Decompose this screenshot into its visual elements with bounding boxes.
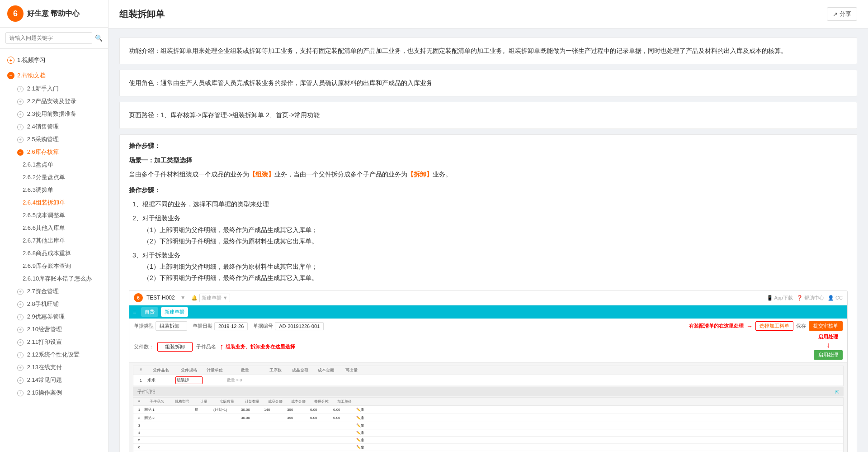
annotation3-text: 组装业务、拆卸业务在这里选择	[226, 343, 295, 350]
step2: 2、对于组装业务 （1）上部明细为父件明细，最终作为产成品生成其它入库单； （2…	[129, 213, 848, 247]
mock-child-row-5: 5 ✏️🗑	[133, 437, 843, 444]
arrow3-icon: ↑	[220, 342, 224, 352]
arrow4-icon: ↓	[826, 341, 830, 349]
sidebar-item-data-prep[interactable]: + 2.3使用前数据准备	[0, 108, 108, 120]
mock-tab-new-doc[interactable]: 新建单据	[161, 307, 188, 317]
content-body: 功能介绍：组装拆卸单用来处理企业组装或拆卸等加工业务，支持有固定装配清单的产品加…	[108, 29, 868, 452]
sidebar-item-inventory-count[interactable]: 2.6.1盘点单	[0, 158, 108, 171]
mock-annotation1-area: 有装配清单的在这里处理 → 选择加工料单 保存 提交审核单	[689, 321, 843, 331]
sidebar-item-finance[interactable]: + 2.7资金管理	[0, 285, 108, 298]
page-title: 组装拆卸单	[119, 8, 165, 20]
sidebar-item-mobile[interactable]: + 2.8手机旺铺	[0, 298, 108, 310]
sidebar-item-help-docs[interactable]: − 2.帮助文档	[0, 69, 108, 82]
mock-form-header: 单据类型 组装拆卸 单据日期 2019-12-26 单据编号 AD-201912…	[129, 319, 847, 363]
expand-icon: +	[7, 57, 14, 64]
mock-child-row-2: 2 测品 2 30.00 390 0.00 0.00 ✏️🗑	[133, 414, 843, 422]
sidebar-item-coupon[interactable]: + 2.9优惠券管理	[0, 310, 108, 323]
share-button[interactable]: ↗ 分享	[827, 7, 857, 21]
sidebar-item-install[interactable]: + 2.2产品安装及登录	[0, 95, 108, 108]
mock-titlebar: 6 TEST-H002 ▼ 🔔 新建单据 ▼ 📱 App下载 ❓ 帮助中心 👤 …	[129, 290, 847, 305]
step3-2: （2）下部明细为子件明细，最终作为产成品生成其它入库单。	[132, 272, 848, 284]
sidebar-item-inventory[interactable]: − 2.6库存核算	[0, 146, 108, 158]
scene1-title: 场景一：加工类型选择	[129, 155, 848, 166]
sidebar-item-video-learning[interactable]: + 1.视频学习	[0, 53, 108, 67]
sidebar-item-stock-error[interactable]: 2.6.10库存账本错了怎么办	[0, 272, 108, 285]
logo-icon: 6	[7, 5, 24, 22]
mock-date-value[interactable]: 2019-12-26	[214, 322, 248, 330]
mock-nav-menu-icon: ≡	[133, 309, 137, 315]
annotation1-text: 有装配清单的在这里处理	[689, 323, 744, 329]
mock-logo: 6	[134, 293, 143, 302]
mock-child-row-6: 6 ✏️🗑	[133, 444, 843, 451]
mock-date-label: 单据日期	[193, 323, 212, 329]
mock-doc-type-value[interactable]: 组装拆卸	[156, 321, 187, 331]
mock-docno-field: 单据编号 AD-20191226-001	[253, 322, 324, 330]
mock-doc-type-label: 单据类型	[134, 323, 154, 329]
sidebar-search-bar[interactable]: 🔍	[0, 28, 108, 49]
mock-submit-btn[interactable]: 提交审核单	[809, 321, 843, 331]
sidebar-item-sales[interactable]: + 2.4销售管理	[0, 120, 108, 133]
mock-docno-label: 单据编号	[253, 323, 273, 329]
sidebar: 6 好生意 帮助中心 🔍 + 1.视频学习 − 2.帮助文档 + 2.1新手入门	[0, 0, 108, 452]
mock-parent-table-header: # 父件品名 父件规格 计量单位 数量 工序数 成品金额 成本金额 可出量	[133, 366, 843, 375]
mock-notification-icon: 🔔	[191, 295, 198, 301]
mock-company: TEST-H002	[146, 295, 175, 301]
mock-docno-value[interactable]: AD-20191226-001	[275, 322, 324, 330]
sidebar-item-print[interactable]: + 2.11打印设置	[0, 336, 108, 348]
mock-status-label: 子件品名	[196, 343, 216, 350]
sidebar-item-cost-adjust[interactable]: 2.6.5成本调整单	[0, 209, 108, 222]
sidebar-nav: + 1.视频学习 − 2.帮助文档 + 2.1新手入门 + 2.2产品安装及登录…	[0, 49, 108, 452]
sidebar-item-newbie[interactable]: + 2.1新手入门	[0, 82, 108, 95]
main-header: 组装拆卸单 ↗ 分享	[108, 0, 868, 29]
mock-annotation3-area: ↑ 组装业务、拆卸业务在这里选择	[220, 342, 295, 352]
mock-annotation4-area: 启用处理 ↓ 启用处理	[814, 333, 843, 360]
scene1-desc: 当由多个子件材料组装成一个成品的业务为【组装】业务，当由一个父件拆分成多个子产品…	[129, 169, 848, 180]
operations-section: 操作步骤： 场景一：加工类型选择 当由多个子件材料组装成一个成品的业务为【组装】…	[119, 134, 857, 452]
annotation4-text: 启用处理	[818, 333, 838, 340]
search-icon[interactable]: 🔍	[95, 34, 103, 42]
mock-assembly-type-cell[interactable]: 组装拆	[175, 376, 203, 384]
sidebar-item-management[interactable]: + 2.10经营管理	[0, 323, 108, 336]
mock-nav-bar: ≡ 自费 新建单据	[129, 305, 847, 319]
mock-type-selector[interactable]: 组装拆卸	[157, 342, 193, 352]
sidebar-item-other-out[interactable]: 2.6.7其他出库单	[0, 234, 108, 247]
sidebar-item-label: 2.帮助文档	[17, 71, 46, 80]
mock-help-icon: ❓ 帮助中心	[797, 295, 824, 301]
path-card: 页面路径：1、库存核算->库存管理->组装拆卸单 2、首页->常用功能	[119, 102, 857, 128]
step3-1: （1）上部明细为父件明细，最终作为原材料生成其它出库单；	[132, 261, 848, 272]
sidebar-item-other-in[interactable]: 2.6.6其他入库单	[0, 222, 108, 234]
sidebar-item-settings[interactable]: + 2.12系统个性化设置	[0, 348, 108, 361]
mock-date-field: 单据日期 2019-12-26	[193, 322, 248, 330]
mock-tab-home[interactable]: 自费	[141, 307, 158, 317]
steps-title: 操作步骤：	[129, 142, 848, 150]
sidebar-item-cost-recalc[interactable]: 2.6.8商品成本重算	[0, 247, 108, 260]
mock-child-row-4: 4 ✏️🗑	[133, 429, 843, 437]
path-text: 页面路径：1、库存核算->库存管理->组装拆卸单 2、首页->常用功能	[129, 111, 320, 119]
sidebar-item-online-pay[interactable]: + 2.13在线支付	[0, 361, 108, 374]
mock-items-count: 父件数：	[134, 343, 154, 350]
mock-child-row-1: 1 测品 1 组 (计划+1) 30.00 140 390 0.00 0.00 …	[133, 406, 843, 414]
sidebar-item-transfer[interactable]: 2.6.3调拨单	[0, 184, 108, 196]
sidebar-item-stock-ledger[interactable]: 2.6.9库存账本查询	[0, 260, 108, 272]
mock-parent-table: # 父件品名 父件规格 计量单位 数量 工序数 成品金额 成本金额 可出量 1 …	[133, 366, 844, 386]
mock-enable-btn[interactable]: 启用处理	[814, 350, 843, 360]
main-content: 组装拆卸单 ↗ 分享 功能介绍：组装拆卸单用来处理企业组装或拆卸等加工业务，支持…	[108, 0, 868, 452]
collapse-icon: −	[7, 72, 14, 79]
mock-select-material-btn[interactable]: 选择加工料单	[755, 321, 793, 331]
sidebar-item-faq[interactable]: + 2.14常见问题	[0, 374, 108, 386]
sidebar-item-assembly[interactable]: 2.6.4组装拆卸单	[0, 196, 108, 209]
mock-type-row: 父件数： 组装拆卸 子件品名 ↑ 组装业务、拆卸业务在这里选择 启用处理 ↓	[134, 333, 843, 360]
sidebar-logo: 6 好生意 帮助中心	[0, 0, 108, 28]
mock-expand-icon[interactable]: ⇱	[835, 390, 839, 395]
mock-save-btn[interactable]: 保存	[796, 323, 806, 329]
mock-child-table: # 子件品名 规格型号 计量 实际数量 计划数量 成品金额 成本金额 费用分摊 …	[133, 397, 844, 452]
steps-sub-title: 操作步骤：	[129, 185, 848, 196]
sidebar-item-cases[interactable]: + 2.15操作案例	[0, 386, 108, 399]
share-icon: ↗	[833, 11, 838, 18]
intro-card: 功能介绍：组装拆卸单用来处理企业组装或拆卸等加工业务，支持有固定装配清单的产品加…	[119, 38, 857, 64]
step3: 3、对于拆装业务 （1）上部明细为父件明细，最终作为原材料生成其它出库单； （2…	[129, 250, 848, 284]
mock-new-doc-btn: 新建单据 ▼	[199, 294, 230, 302]
sidebar-item-partial-count[interactable]: 2.6.2分量盘点单	[0, 171, 108, 184]
sidebar-item-purchase[interactable]: + 2.5采购管理	[0, 133, 108, 146]
search-input[interactable]	[5, 32, 92, 44]
